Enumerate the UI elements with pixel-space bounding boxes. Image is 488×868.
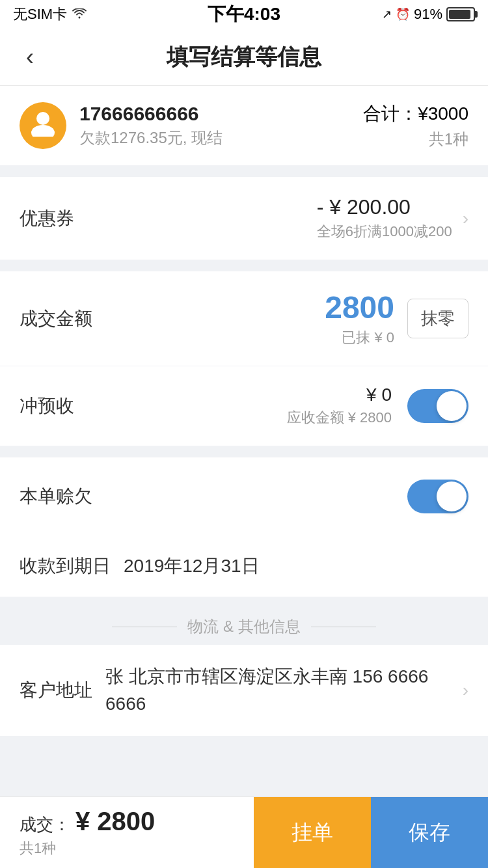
- content-area: 17666666666 欠款1276.35元, 现结 合计：¥3000 共1种 …: [0, 86, 488, 868]
- chevron-right-icon: ›: [463, 208, 468, 229]
- battery-fill: [449, 10, 470, 19]
- status-right: ↗ ⏰ 91%: [382, 6, 475, 23]
- prepay-receivable: 应收金额 ¥ 2800: [287, 408, 392, 427]
- time-display: 下午4:03: [208, 2, 280, 27]
- wifi-icon: [72, 6, 87, 23]
- svg-point-1: [31, 125, 55, 137]
- carrier-label: 无SIM卡: [13, 5, 67, 24]
- page-title: 填写结算等信息: [167, 42, 321, 72]
- due-date-value: 2019年12月31日: [124, 554, 260, 578]
- save-button[interactable]: 保存: [371, 797, 488, 869]
- avatar: [20, 102, 66, 149]
- navigation-bar: ‹ 填写结算等信息: [0, 29, 488, 86]
- svg-point-0: [36, 112, 49, 125]
- prepay-toggle[interactable]: [407, 389, 468, 423]
- divider-3: [0, 446, 488, 457]
- user-phone: 17666666666: [79, 103, 223, 125]
- prepay-right: ¥ 0 应收金额 ¥ 2800: [287, 385, 468, 427]
- coupon-section: 优惠券 - ¥ 200.00 全场6折满1000减200 ›: [0, 177, 488, 260]
- total-label: 合计：: [363, 103, 418, 124]
- logistics-section-header: 物流 & 其他信息: [0, 608, 488, 645]
- deal-erased-label: 已抹 ¥ 0: [342, 328, 394, 347]
- user-info: 17666666666 欠款1276.35元, 现结: [79, 103, 223, 148]
- deal-section: 成交金额 2800 已抹 ¥ 0 抹零 冲预收 ¥ 0 应收金额 ¥ 2800: [0, 271, 488, 446]
- address-value: 张 北京市市辖区海淀区永丰南 156 6666 6666: [105, 663, 452, 718]
- debt-toggle[interactable]: [407, 480, 468, 513]
- battery-percent: 91%: [414, 6, 442, 23]
- total-label-amount: 合计：¥3000: [363, 102, 468, 126]
- coupon-description: 全场6折满1000减200: [317, 222, 452, 241]
- round-button[interactable]: 抹零: [407, 299, 468, 338]
- debt-toggle-knob: [437, 481, 467, 511]
- pending-button[interactable]: 挂单: [254, 797, 371, 869]
- deal-amount-label: 成交金额: [20, 306, 325, 331]
- status-bar: 无SIM卡 下午4:03 ↗ ⏰ 91%: [0, 0, 488, 29]
- coupon-amount: - ¥ 200.00: [317, 195, 452, 219]
- bottom-deal-amount: ¥ 2800: [75, 807, 155, 836]
- bottom-bar: 成交： ¥ 2800 共1种 挂单 保存: [0, 796, 488, 868]
- bottom-deal-label: 成交：: [20, 813, 70, 836]
- prepay-label: 冲预收: [20, 394, 287, 418]
- deal-amount-row: 成交金额 2800 已抹 ¥ 0 抹零: [0, 271, 488, 366]
- coupon-row[interactable]: 优惠券 - ¥ 200.00 全场6折满1000减200 ›: [0, 177, 488, 260]
- bottom-summary: 成交： ¥ 2800 共1种: [0, 807, 254, 858]
- total-amount: ¥3000: [418, 103, 468, 124]
- status-left: 无SIM卡: [13, 5, 87, 24]
- deal-amount-value: 2800: [325, 290, 394, 325]
- debt-section: 本单赊欠 收款到期日 2019年12月31日: [0, 457, 488, 597]
- prepay-row: 冲预收 ¥ 0 应收金额 ¥ 2800: [0, 366, 488, 446]
- bottom-count: 共1种: [20, 839, 234, 858]
- coupon-right: - ¥ 200.00 全场6折满1000减200 ›: [317, 195, 468, 241]
- avatar-icon: [29, 108, 57, 143]
- address-label: 客户地址: [20, 678, 92, 703]
- toggle-knob: [437, 391, 467, 421]
- location-icon: ↗: [382, 7, 392, 21]
- divider-1: [0, 165, 488, 177]
- coupon-label: 优惠券: [20, 206, 74, 231]
- due-date-label: 收款到期日: [20, 554, 111, 578]
- user-right: 合计：¥3000 共1种: [363, 102, 468, 150]
- deal-value-area: 2800 已抹 ¥ 0: [325, 290, 394, 347]
- bottom-deal: 成交： ¥ 2800: [20, 807, 234, 836]
- divider-2: [0, 260, 488, 271]
- battery-indicator: [446, 7, 475, 21]
- divider-4: [0, 597, 488, 608]
- user-left: 17666666666 欠款1276.35元, 现结: [20, 102, 223, 149]
- prepay-values: ¥ 0 应收金额 ¥ 2800: [287, 385, 392, 427]
- debt-row: 本单赊欠: [0, 457, 488, 536]
- coupon-value: - ¥ 200.00 全场6折满1000减200: [317, 195, 452, 241]
- logistics-label: 物流 & 其他信息: [112, 616, 375, 637]
- due-date-row: 收款到期日 2019年12月31日: [0, 536, 488, 597]
- user-card: 17666666666 欠款1276.35元, 现结 合计：¥3000 共1种: [0, 86, 488, 165]
- address-row[interactable]: 客户地址 张 北京市市辖区海淀区永丰南 156 6666 6666 ›: [0, 645, 488, 736]
- user-debt: 欠款1276.35元, 现结: [79, 128, 223, 148]
- address-chevron-icon: ›: [463, 680, 468, 701]
- total-count: 共1种: [363, 129, 468, 150]
- back-button[interactable]: ‹: [20, 37, 40, 77]
- alarm-icon: ⏰: [396, 7, 410, 21]
- debt-label: 本单赊欠: [20, 484, 407, 509]
- prepay-amount: ¥ 0: [287, 385, 392, 405]
